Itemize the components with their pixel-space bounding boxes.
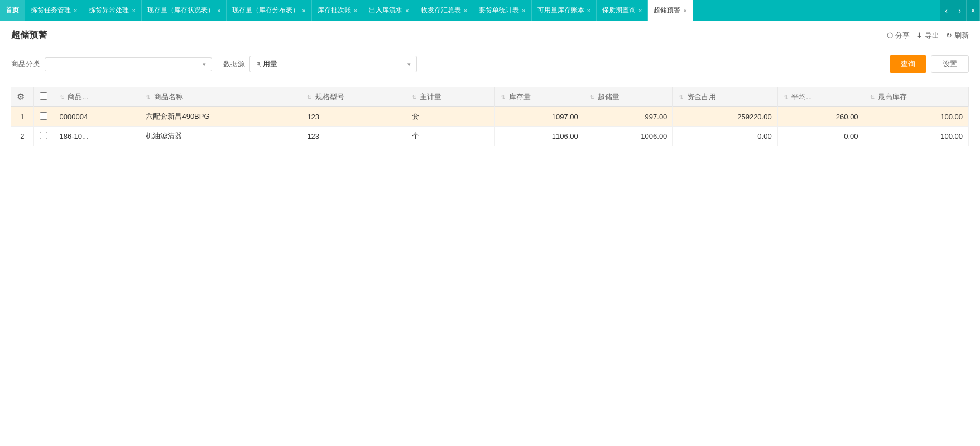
row-spec-1: 123 [301,127,406,146]
pick-exception-label: 拣货异常处理 [89,6,129,15]
datasource-select[interactable]: 可用量 ▾ [249,56,417,72]
nav-arrows: ‹ › × [940,0,980,21]
sort-capital-icon: ⇅ [679,94,683,100]
sort-stock-icon: ⇅ [501,94,505,100]
close-pick-exception[interactable]: × [132,7,135,14]
row-num-1: 2 [11,127,33,146]
sort-max-stock-icon: ⇅ [870,94,875,100]
nav-next-arrow[interactable]: › [953,0,967,21]
page-title: 超储预警 [11,30,47,41]
top-navigation: 首页 拣货任务管理 × 拣货异常处理 × 现存量（库存状况表） × 现存量（库存… [0,0,980,21]
pick-task-label: 拣货任务管理 [31,6,71,15]
action-buttons: 查询 设置 [890,55,969,73]
batch-account-label: 库存批次账 [318,6,351,15]
tab-inventory-dist[interactable]: 现存量（库存分布表） × [227,0,311,21]
row-capital-0: 259220.00 [673,107,777,127]
col-avg-label: 平均... [791,93,812,101]
row-max-stock-0: 100.00 [864,107,968,127]
sort-code-icon: ⇅ [60,94,64,100]
tab-home[interactable]: 首页 [0,0,25,21]
col-checkbox[interactable] [33,87,54,107]
col-overflow[interactable]: ⇅ 超储量 [584,87,673,107]
refresh-icon: ↻ [946,31,952,40]
col-spec[interactable]: ⇅ 规格型号 [301,87,406,107]
datasource-chevron-icon: ▾ [407,61,411,68]
col-code[interactable]: ⇅ 商品... [54,87,140,107]
col-capital[interactable]: ⇅ 资金占用 [673,87,777,107]
tab-pick-exception[interactable]: 拣货异常处理 × [83,0,141,21]
datasource-select-value: 可用量 [256,59,277,69]
row-select-0[interactable] [40,112,47,120]
close-inventory-status[interactable]: × [217,7,220,14]
tab-overstock[interactable]: 超储预警 × [648,0,693,21]
close-available-ledger[interactable]: × [587,7,590,14]
close-overstock[interactable]: × [683,7,686,14]
tab-inout-flow[interactable]: 出入库流水 × [363,0,415,21]
col-name[interactable]: ⇅ 商品名称 [140,87,301,107]
row-code-0: 0000004 [54,107,140,127]
sort-unit-icon: ⇅ [412,94,416,100]
tab-order-stats[interactable]: 要货单统计表 × [473,0,531,21]
query-button[interactable]: 查询 [890,55,926,73]
row-avg-1: 0.00 [777,127,864,146]
row-capital-1: 0.00 [673,127,777,146]
share-button[interactable]: ⬡ 分享 [887,31,910,41]
close-expiry[interactable]: × [638,7,642,14]
row-checkbox-0[interactable] [33,107,54,127]
expiry-label: 保质期查询 [602,6,636,15]
col-avg[interactable]: ⇅ 平均... [777,87,864,107]
close-batch-account[interactable]: × [354,7,357,14]
export-label: 导出 [925,31,939,41]
close-inventory-dist[interactable]: × [302,7,305,14]
col-settings[interactable]: ⚙ [11,87,33,107]
row-overflow-0: 997.00 [584,107,673,127]
tab-expiry[interactable]: 保质期查询 × [597,0,648,21]
row-overflow-1: 1006.00 [584,127,673,146]
inout-flow-label: 出入库流水 [369,6,402,15]
sort-name-icon: ⇅ [146,94,150,100]
row-max-stock-1: 100.00 [864,127,968,146]
nav-close-arrow[interactable]: × [967,0,980,21]
sort-avg-icon: ⇅ [784,94,788,100]
row-checkbox-1[interactable] [33,127,54,146]
page-content: 超储预警 ⬡ 分享 ⬇ 导出 ↻ 刷新 商品分类 ▾ 数据源 [0,21,980,446]
col-stock[interactable]: ⇅ 库存量 [495,87,584,107]
row-select-1[interactable] [40,132,47,139]
available-ledger-label: 可用量库存账本 [537,6,584,15]
page-header: 超储预警 ⬡ 分享 ⬇ 导出 ↻ 刷新 [11,30,969,41]
tab-inventory-status[interactable]: 现存量（库存状况表） × [142,0,227,21]
receive-summary-label: 收发存汇总表 [421,6,461,15]
category-select[interactable]: ▾ [45,57,212,71]
col-spec-label: 规格型号 [315,93,344,101]
select-all-checkbox[interactable] [40,92,47,100]
refresh-label: 刷新 [954,31,969,41]
tab-batch-account[interactable]: 库存批次账 × [312,0,363,21]
refresh-button[interactable]: ↻ 刷新 [946,31,969,41]
col-max-stock[interactable]: ⇅ 最高库存 [864,87,968,107]
share-icon: ⬡ [887,31,893,40]
col-code-label: 商品... [68,93,88,101]
close-order-stats[interactable]: × [522,7,525,14]
table-settings-icon[interactable]: ⚙ [17,92,25,101]
close-pick-task[interactable]: × [74,7,77,14]
settings-button[interactable]: 设置 [931,55,969,73]
export-button[interactable]: ⬇ 导出 [916,31,939,41]
close-receive-summary[interactable]: × [464,7,467,14]
row-code-1: 186-10... [54,127,140,146]
close-inout-flow[interactable]: × [405,7,409,14]
col-name-label: 商品名称 [154,93,183,101]
row-name-0: 六配套新昌490BPG [140,107,301,127]
inventory-dist-label: 现存量（库存分布表） [232,6,299,15]
row-num-0: 1 [11,107,33,127]
row-spec-0: 123 [301,107,406,127]
nav-prev-arrow[interactable]: ‹ [940,0,953,21]
header-actions: ⬡ 分享 ⬇ 导出 ↻ 刷新 [887,31,969,41]
tab-pick-task[interactable]: 拣货任务管理 × [25,0,83,21]
data-table: ⚙ ⇅ 商品... ⇅ 商品名称 ⇅ 规格型号 ⇅ [11,87,969,146]
col-unit[interactable]: ⇅ 主计量 [406,87,495,107]
sort-spec-icon: ⇅ [307,94,311,100]
share-label: 分享 [895,31,910,41]
tab-available-ledger[interactable]: 可用量库存账本 × [532,0,597,21]
tab-receive-summary[interactable]: 收发存汇总表 × [415,0,473,21]
export-icon: ⬇ [916,31,923,40]
